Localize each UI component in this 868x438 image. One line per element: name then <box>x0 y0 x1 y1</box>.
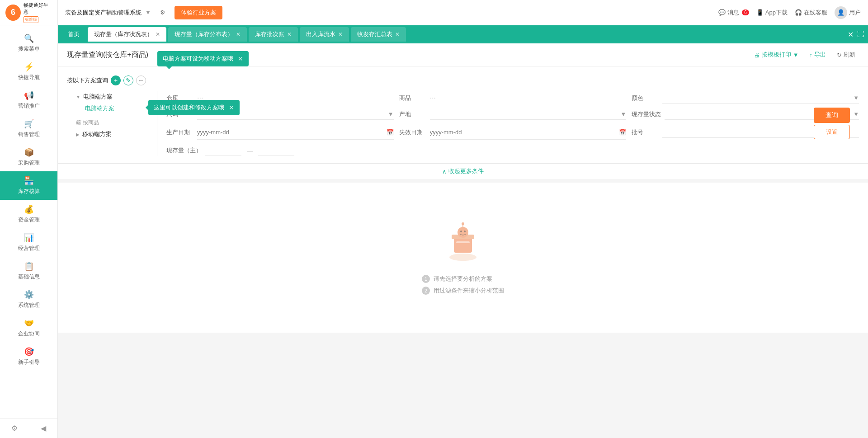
tab-inventory-status[interactable]: 现存量（库存状况表） ✕ <box>88 27 166 42</box>
scheme-filter-label: 筛 按商品 <box>76 118 150 128</box>
main-content: 现存量查询(按仓库+商品) 🖨 按模板打印 ▼ ↑ 导出 ↻ 刷新 按以下方案查… <box>58 43 868 438</box>
sidebar-item-enterprise[interactable]: 🤝 企业协同 <box>0 314 57 342</box>
tab-home[interactable]: 首页 <box>61 27 86 42</box>
system-select[interactable]: 装备及固定资产辅助管理系统 ▼ <box>65 9 151 17</box>
print-button[interactable]: 🖨 按模板打印 ▼ <box>750 49 802 61</box>
tab-fullscreen-icon[interactable]: ⛶ <box>857 30 864 38</box>
reset-button[interactable]: 设置 <box>814 125 850 139</box>
hint-item-1: 1 请先选择要分析的方案 <box>422 273 504 285</box>
goods-dots-button[interactable]: ··· <box>430 94 436 102</box>
operations-icon: 📊 <box>24 233 34 243</box>
sidebar-item-inventory[interactable]: 🏪 库存核算 <box>0 171 57 200</box>
filter-row-3: 生产日期 📅 失效日期 📅 <box>166 125 859 140</box>
export-button[interactable]: ↑ 导出 <box>806 49 830 61</box>
inv-qty-from-input[interactable] <box>205 145 241 156</box>
chevron-down-icon: ▼ <box>388 111 394 118</box>
calendar-icon[interactable]: 📅 <box>387 129 394 136</box>
tooltip1-close-button[interactable]: ✕ <box>238 55 243 62</box>
exp-date-input[interactable] <box>430 127 618 137</box>
message-button[interactable]: 💬 消息 6 <box>718 9 749 17</box>
scheme-tree: ▼ 电脑端方案 电脑端方案 筛 按商品 ▶ 移动端方案 <box>76 91 150 140</box>
settings-button[interactable]: ⚙ <box>11 424 18 433</box>
print-icon: 🖨 <box>754 52 760 58</box>
logo-badge: 标准版 <box>24 16 38 23</box>
enterprise-icon: 🤝 <box>24 318 34 328</box>
svg-point-4 <box>458 227 468 238</box>
field-goods: 商品 ··· <box>399 94 627 102</box>
scheme-desktop-item[interactable]: 电脑端方案 <box>85 103 150 114</box>
chevron-down-icon: ▼ <box>145 9 151 16</box>
online-support-button[interactable]: 🎧 在线客服 <box>795 9 827 17</box>
sidebar-item-sales[interactable]: 🛒 销售管理 <box>0 114 57 143</box>
sidebar-item-operations[interactable]: 📊 经营管理 <box>0 228 57 257</box>
svg-point-5 <box>460 231 462 232</box>
user-menu[interactable]: 👤 用户 <box>835 6 861 19</box>
system-name: 装备及固定资产辅助管理系统 <box>65 9 142 17</box>
sidebar-item-search[interactable]: 🔍 搜索菜单 <box>0 29 57 57</box>
sidebar-item-system[interactable]: ⚙️ 系统管理 <box>0 285 57 314</box>
message-icon: 💬 <box>718 9 726 16</box>
add-scheme-button[interactable]: + <box>111 75 121 85</box>
logo-icon: 6 <box>5 5 21 21</box>
field-inv-qty: 现存量（主） — <box>166 145 320 156</box>
tooltip2-close-button[interactable]: ✕ <box>229 104 234 111</box>
settings-icon[interactable]: ⚙ <box>156 6 169 19</box>
basic-icon: 📋 <box>24 261 34 271</box>
logo: 6 畅捷通好生意 标准版 <box>0 0 57 25</box>
tab-close-inventory-dist[interactable]: ✕ <box>236 31 241 38</box>
tab-close-collect[interactable]: ✕ <box>395 31 400 38</box>
empty-hints: 1 请先选择要分析的方案 2 用过滤条件来缩小分析范围 <box>422 273 504 297</box>
refresh-icon: ↻ <box>837 52 842 58</box>
sidebar-item-newbie[interactable]: 🎯 新手引导 <box>0 342 57 371</box>
industry-button[interactable]: 体验行业方案 <box>175 6 222 19</box>
hint-item-2: 2 用过滤条件来缩小分析范围 <box>422 285 504 297</box>
tab-close-all-icon[interactable]: ✕ <box>848 30 854 39</box>
collapse-filters-button[interactable]: ∧ 收起更多条件 <box>442 167 484 175</box>
scheme-desktop-group[interactable]: ▼ 电脑端方案 <box>76 91 150 103</box>
field-exp-date: 失效日期 📅 <box>399 125 627 140</box>
tab-collect[interactable]: 收发存汇总表 ✕ <box>351 27 406 42</box>
sidebar-nav: 🔍 搜索菜单 ⚡ 快捷导航 📢 营销推广 🛒 销售管理 📦 采购管理 🏪 库存核… <box>0 25 57 418</box>
color-select[interactable]: ▼ <box>662 93 859 104</box>
system-icon: ⚙️ <box>24 290 34 300</box>
sales-icon: 🛒 <box>24 119 34 129</box>
sidebar-item-marketing[interactable]: 📢 营销推广 <box>0 86 57 114</box>
sidebar-item-purchase[interactable]: 📦 采购管理 <box>0 143 57 171</box>
tab-inout[interactable]: 出入库流水 ✕ <box>300 27 349 42</box>
prod-date-input[interactable] <box>197 127 385 137</box>
empty-illustration <box>440 219 486 264</box>
inv-qty-to-input[interactable] <box>258 145 294 156</box>
tab-batch[interactable]: 库存批次账 ✕ <box>249 27 298 42</box>
chevron-down-icon: ▼ <box>620 111 626 118</box>
filter-label: 按以下方案查询 <box>67 76 108 85</box>
tab-close-inout[interactable]: ✕ <box>338 31 343 38</box>
calendar-icon-2[interactable]: 📅 <box>619 129 626 136</box>
phone-icon: 📱 <box>756 9 764 16</box>
tab-inventory-dist[interactable]: 现存量（库存分布表） ✕ <box>168 27 247 42</box>
tab-close-batch[interactable]: ✕ <box>287 31 292 38</box>
tab-close-inventory-status[interactable]: ✕ <box>156 31 160 38</box>
expand-icon: ▼ <box>76 94 80 99</box>
tooltip-create-scheme: 这里可以创建和修改方案哦 ✕ <box>148 100 240 115</box>
refresh-button[interactable]: ↻ 刷新 <box>833 49 859 61</box>
support-icon: 🎧 <box>795 9 802 16</box>
newbie-icon: 🎯 <box>24 347 34 357</box>
message-count-badge: 6 <box>742 9 749 15</box>
search-button[interactable]: 查询 <box>814 108 850 123</box>
search-icon: 🔍 <box>24 33 34 43</box>
edit-scheme-button[interactable]: ✎ <box>123 75 133 85</box>
svg-rect-3 <box>456 241 470 243</box>
collapse-row: ∧ 收起更多条件 <box>58 164 868 179</box>
origin-select[interactable]: ▼ <box>430 109 627 120</box>
app-download-button[interactable]: 📱 App下载 <box>756 9 788 17</box>
chevron-down-icon: ▼ <box>853 94 859 101</box>
sidebar-item-basic[interactable]: 📋 基础信息 <box>0 257 57 285</box>
sidebar-item-finance[interactable]: 💰 资金管理 <box>0 200 57 228</box>
export-icon: ↑ <box>810 52 813 58</box>
back-scheme-button[interactable]: ← <box>136 75 146 85</box>
scheme-mobile-group[interactable]: ▶ 移动端方案 <box>76 128 150 140</box>
filter-row-4: 现存量（主） — <box>166 145 859 156</box>
filter-section: 按以下方案查询 + ✎ ← 电脑方案可设为移动方案哦 ✕ 这里可以创建和修改方案… <box>58 66 868 164</box>
collapse-sidebar-button[interactable]: ◀ <box>41 424 46 433</box>
sidebar-item-guide[interactable]: ⚡ 快捷导航 <box>0 57 57 86</box>
